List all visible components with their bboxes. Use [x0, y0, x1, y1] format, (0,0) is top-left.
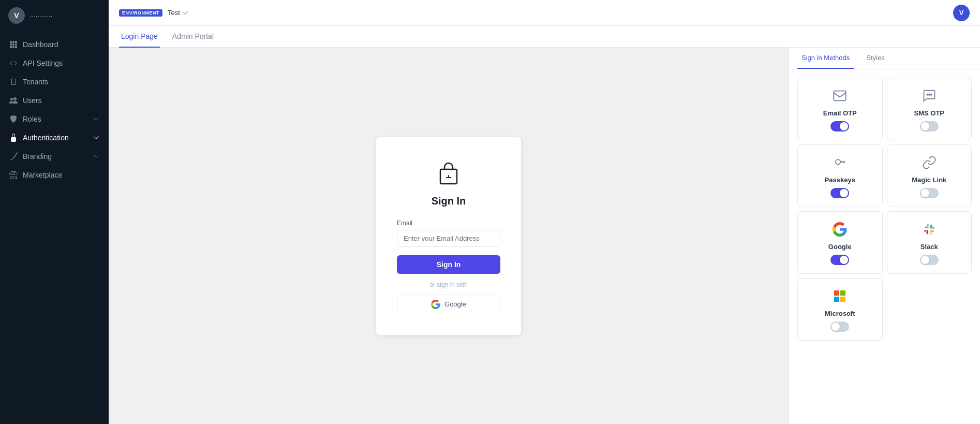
method-card-google: Google — [797, 211, 883, 274]
email-otp-toggle[interactable] — [830, 121, 849, 131]
shield-icon — [9, 115, 18, 123]
sms-otp-toggle[interactable] — [920, 121, 939, 131]
panel-tabs: Sign in Methods Styles — [789, 48, 980, 69]
svg-point-4 — [930, 94, 931, 95]
lock-icon — [9, 134, 18, 142]
sidebar-item-api-settings-label: API Settings — [23, 59, 63, 67]
microsoft-toggle[interactable] — [830, 321, 849, 332]
slack-method-icon — [920, 220, 939, 239]
environment-badge: ENVIRONMENT — [119, 9, 162, 17]
sidebar-item-tenants-label: Tenants — [23, 78, 48, 86]
user-avatar[interactable]: V — [953, 5, 970, 21]
chevron-down-icon-auth — [93, 135, 99, 141]
svg-point-5 — [836, 159, 840, 164]
tab-admin-portal[interactable]: Admin Portal — [170, 26, 216, 48]
method-card-microsoft: Microsoft — [797, 278, 883, 341]
sidebar-item-dashboard-label: Dashboard — [23, 40, 58, 49]
method-card-slack: Slack — [887, 211, 972, 274]
magic-link-label: Magic Link — [912, 176, 946, 184]
google-logo-icon — [431, 300, 440, 309]
panel-tab-styles[interactable]: Styles — [862, 48, 888, 69]
page-tabs: Login Page Admin Portal — [109, 26, 980, 48]
slack-method-label: Slack — [920, 243, 938, 251]
login-card: Sign In Email Sign In or sign in with — [376, 137, 521, 335]
chevron-down-icon-env — [182, 10, 188, 16]
sidebar-nav: Dashboard API Settings Tenants Users Rol — [0, 31, 109, 188]
content-area: Sign In Email Sign In or sign in with — [109, 48, 980, 424]
google-toggle[interactable] — [830, 255, 849, 265]
env-name: Test — [168, 9, 180, 17]
chevron-down-icon — [93, 116, 99, 122]
email-label: Email — [397, 220, 500, 227]
sidebar-org-name: ············ — [30, 12, 52, 20]
passkeys-toggle[interactable] — [830, 188, 849, 198]
sms-otp-icon — [920, 86, 939, 105]
email-otp-label: Email OTP — [823, 109, 857, 117]
login-preview-area: Sign In Email Sign In or sign in with — [109, 48, 789, 424]
microsoft-method-icon — [830, 287, 849, 305]
sidebar-item-branding[interactable]: Branding — [0, 147, 109, 166]
google-method-icon — [830, 220, 849, 239]
svg-point-3 — [929, 94, 930, 95]
sidebar-header: V ············ — [0, 0, 109, 31]
magic-link-icon — [920, 153, 939, 172]
svg-point-2 — [927, 94, 928, 95]
methods-grid: Email OTP SMS OTP — [789, 69, 980, 349]
method-card-magic-link: Magic Link — [887, 144, 972, 207]
sidebar-item-marketplace[interactable]: Marketplace — [0, 166, 109, 184]
slack-toggle[interactable] — [920, 255, 939, 265]
env-selector[interactable]: Test — [168, 9, 188, 17]
building-icon — [9, 78, 18, 86]
google-signin-button[interactable]: Google — [397, 295, 500, 314]
main-content: ENVIRONMENT Test V Login Page Admin Port… — [109, 0, 980, 424]
chevron-down-icon-branding — [93, 153, 99, 159]
or-signin-text: or sign in with — [397, 281, 500, 288]
method-card-passkeys: Passkeys — [797, 144, 883, 207]
passkeys-label: Passkeys — [825, 176, 855, 184]
sidebar-item-roles-label: Roles — [23, 115, 41, 123]
method-card-sms-otp: SMS OTP — [887, 78, 972, 140]
store-icon — [9, 171, 18, 179]
microsoft-method-label: Microsoft — [825, 310, 855, 317]
sidebar-item-authentication-label: Authentication — [23, 134, 69, 142]
login-form: Email Sign In or sign in with Google — [397, 220, 500, 314]
google-method-label: Google — [828, 243, 852, 251]
sidebar-item-dashboard[interactable]: Dashboard — [0, 35, 109, 54]
sidebar-item-marketplace-label: Marketplace — [23, 171, 62, 179]
login-title: Sign In — [432, 195, 466, 207]
signin-button[interactable]: Sign In — [397, 255, 500, 274]
app-logo-icon — [436, 162, 461, 187]
sidebar-item-tenants[interactable]: Tenants — [0, 72, 109, 91]
sidebar-org-avatar[interactable]: V — [8, 7, 25, 24]
users-icon — [9, 96, 18, 105]
tab-login-page[interactable]: Login Page — [119, 26, 160, 48]
svg-rect-1 — [834, 91, 846, 101]
right-panel: Sign in Methods Styles Email OTP — [789, 48, 980, 424]
sidebar-item-api-settings[interactable]: API Settings — [0, 54, 109, 72]
panel-tab-sign-in-methods[interactable]: Sign in Methods — [797, 48, 854, 69]
method-card-email-otp: Email OTP — [797, 78, 883, 140]
grid-icon — [9, 40, 18, 49]
sidebar-item-roles[interactable]: Roles — [0, 110, 109, 128]
google-button-label: Google — [444, 300, 466, 308]
topbar: ENVIRONMENT Test V — [109, 0, 980, 26]
email-otp-icon — [830, 86, 849, 105]
brush-icon — [9, 152, 18, 160]
sidebar: V ············ Dashboard API Settings Te… — [0, 0, 109, 424]
sms-otp-label: SMS OTP — [914, 109, 944, 117]
sidebar-item-branding-label: Branding — [23, 152, 52, 160]
sidebar-item-users[interactable]: Users — [0, 91, 109, 110]
code-icon — [9, 59, 18, 67]
sidebar-item-users-label: Users — [23, 96, 42, 105]
magic-link-toggle[interactable] — [920, 188, 939, 198]
passkeys-icon — [830, 153, 849, 172]
sidebar-item-authentication[interactable]: Authentication — [0, 128, 109, 147]
email-input[interactable] — [397, 230, 500, 247]
